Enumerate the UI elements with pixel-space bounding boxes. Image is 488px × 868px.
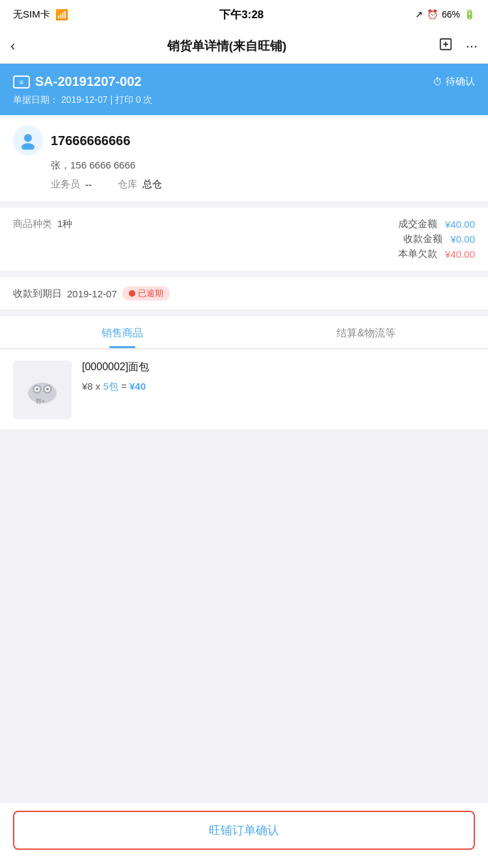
received-label: 收款金额 [403, 233, 442, 245]
customer-phone: 17666666666 [51, 133, 130, 148]
owed-label: 本单欠款 [398, 248, 437, 260]
tabs-row: 销售商品 结算&物流等 [0, 316, 488, 348]
order-date-info: 单据日期： 2019-12-07 | 打印 0 次 [13, 94, 475, 106]
svg-text:野+: 野+ [36, 398, 45, 405]
time-display: 下午3:28 [219, 7, 264, 22]
location-icon: ↗ [415, 9, 423, 20]
bottom-bar: 旺铺订单确认 [0, 803, 488, 868]
export-button[interactable] [439, 37, 453, 55]
clock-icon: ⏱ [433, 76, 442, 87]
customer-meta: 业务员 -- 仓库 总仓 [51, 178, 475, 191]
received-value: ¥0.00 [450, 234, 475, 245]
customer-row: 17666666666 [13, 126, 475, 156]
product-item: 野+ [0000002]面包 ¥8 x 5包 = ¥40 [0, 350, 488, 429]
print-info: | 打印 0 次 [110, 94, 152, 105]
alarm-icon: ⏰ [427, 9, 438, 20]
tabs-section: 销售商品 结算&物流等 [0, 316, 488, 349]
price-suffix: = [118, 381, 129, 392]
wifi-icon: 📶 [55, 8, 68, 21]
product-types-info: 商品种类 1种 [13, 218, 72, 230]
overdue-text: 已逾期 [138, 288, 163, 299]
transaction-label: 成交金额 [398, 218, 437, 230]
warehouse-value: 总仓 [142, 178, 162, 191]
due-date-section: 收款到期日 2019-12-07 已逾期 [0, 277, 488, 310]
product-name: [0000002]面包 [82, 360, 475, 374]
confirm-order-button[interactable]: 旺铺订单确认 [13, 811, 475, 850]
product-types-row: 商品种类 1种 [13, 218, 72, 230]
transaction-amount-row: 成交金额 ¥40.00 [398, 218, 475, 230]
product-thumbnail: 野+ [13, 360, 72, 419]
sales-rep-value: -- [85, 179, 92, 190]
svg-point-9 [46, 388, 49, 390]
due-date-label: 收款到期日 [13, 288, 62, 300]
product-types-label: 商品种类 [13, 218, 52, 230]
nav-bar: ‹ 销货单详情(来自旺铺) ··· [0, 29, 488, 64]
customer-name: 张，156 6666 6666 [51, 159, 475, 172]
amounts-info: 成交金额 ¥40.00 收款金额 ¥0.00 本单欠款 ¥40.00 [398, 218, 475, 260]
transaction-value: ¥40.00 [445, 219, 475, 230]
product-price: ¥8 x 5包 = ¥40 [82, 381, 475, 393]
price-prefix: ¥8 x [82, 381, 103, 392]
tab-settlement-logistics[interactable]: 结算&物流等 [244, 316, 488, 348]
battery-icon: 🔋 [464, 9, 475, 20]
order-id-icon: ≡ [13, 75, 30, 88]
tab-settlement-logistics-label: 结算&物流等 [336, 327, 396, 338]
warehouse-item: 仓库 总仓 [118, 178, 162, 191]
warehouse-label: 仓库 [118, 178, 137, 191]
status-bar: 无SIM卡 📶 下午3:28 ↗ ⏰ 66% 🔋 [0, 0, 488, 29]
order-status-text: 待确认 [446, 75, 475, 88]
header-top-row: ≡ SA-20191207-002 ⏱ 待确认 [13, 74, 475, 89]
order-header-card: ≡ SA-20191207-002 ⏱ 待确认 单据日期： 2019-12-07… [0, 64, 488, 115]
status-right: ↗ ⏰ 66% 🔋 [415, 9, 475, 20]
order-id-text: SA-20191207-002 [35, 74, 141, 89]
owed-value: ¥40.00 [445, 249, 475, 260]
overdue-badge: 已逾期 [122, 286, 170, 301]
sales-rep-item: 业务员 -- [51, 178, 92, 191]
content-spacer [0, 429, 488, 547]
battery-label: 66% [442, 9, 460, 20]
product-types-value: 1种 [57, 218, 72, 230]
page-title: 销货单详情(来自旺铺) [167, 38, 287, 55]
product-total: ¥40 [129, 381, 146, 392]
more-button[interactable]: ··· [466, 38, 478, 55]
svg-point-1 [24, 134, 32, 142]
svg-point-8 [36, 388, 38, 390]
tab-sales-products[interactable]: 销售商品 [0, 316, 244, 348]
order-id: ≡ SA-20191207-002 [13, 74, 141, 89]
customer-avatar [13, 126, 43, 156]
date-label: 单据日期： [13, 94, 59, 105]
order-summary-section: 商品种类 1种 成交金额 ¥40.00 收款金额 ¥0.00 本单欠款 ¥40.… [0, 208, 488, 271]
back-button[interactable]: ‹ [10, 38, 15, 55]
svg-point-2 [21, 143, 34, 150]
received-amount-row: 收款金额 ¥0.00 [403, 233, 475, 245]
status-left: 无SIM卡 📶 [13, 8, 68, 21]
due-date-value: 2019-12-07 [67, 288, 117, 299]
tab-sales-products-label: 销售商品 [102, 327, 143, 338]
overdue-dot-icon [129, 290, 135, 297]
order-date: 2019-12-07 [61, 94, 108, 105]
nav-actions: ··· [439, 37, 478, 55]
product-info: [0000002]面包 ¥8 x 5包 = ¥40 [82, 360, 475, 393]
sales-rep-label: 业务员 [51, 178, 80, 191]
carrier-label: 无SIM卡 [13, 8, 50, 21]
order-status-badge: ⏱ 待确认 [433, 75, 475, 88]
owed-amount-row: 本单欠款 ¥40.00 [398, 248, 475, 260]
customer-section: 17666666666 张，156 6666 6666 业务员 -- 仓库 总仓 [0, 115, 488, 201]
product-qty: 5包 [103, 381, 118, 392]
